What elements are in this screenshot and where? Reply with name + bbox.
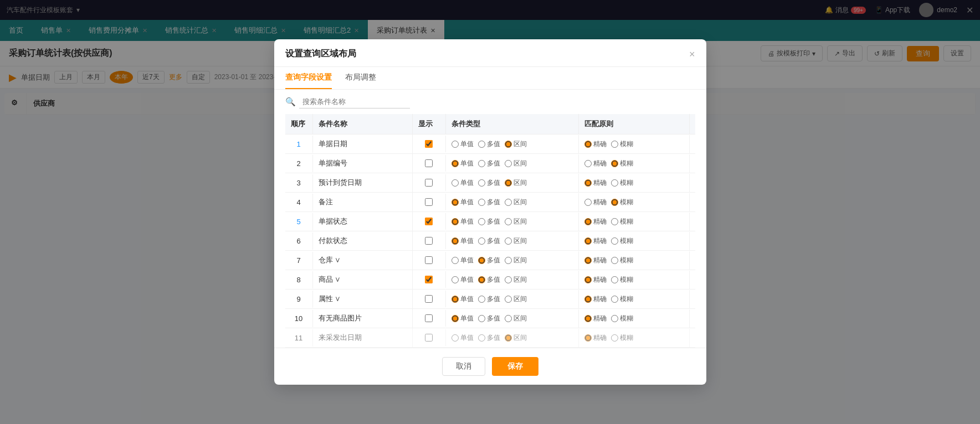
dialog-header: 设置查询区域布局 × xyxy=(274,39,706,67)
dialog-tabs: 查询字段设置 布局调整 xyxy=(274,67,706,90)
dialog-search-area: 🔍 xyxy=(274,90,706,114)
dialog: 设置查询区域布局 × 查询字段设置 布局调整 🔍 顺序 条件名称 显示 条件类型 xyxy=(274,39,706,119)
col-matchrule: 匹配原则 xyxy=(579,114,690,119)
search-input[interactable] xyxy=(299,95,410,108)
col-name: 条件名称 xyxy=(313,114,413,119)
modal-overlay: 设置查询区域布局 × 查询字段设置 布局调整 🔍 顺序 条件名称 显示 条件类型 xyxy=(0,0,980,119)
dialog-table-header: 顺序 条件名称 显示 条件类型 匹配原则 xyxy=(285,114,695,119)
col-condtype: 条件类型 xyxy=(446,114,579,119)
dialog-tab-query-fields[interactable]: 查询字段设置 xyxy=(285,67,332,89)
dialog-tab-layout[interactable]: 布局调整 xyxy=(345,67,376,89)
dialog-close-button[interactable]: × xyxy=(689,49,695,59)
col-display: 显示 xyxy=(413,114,446,119)
dialog-table: 顺序 条件名称 显示 条件类型 匹配原则 1 单据日期 单值 多值 区间 xyxy=(274,114,706,119)
col-order: 顺序 xyxy=(285,114,313,119)
dialog-title: 设置查询区域布局 xyxy=(285,48,356,60)
search-icon: 🔍 xyxy=(285,97,296,107)
